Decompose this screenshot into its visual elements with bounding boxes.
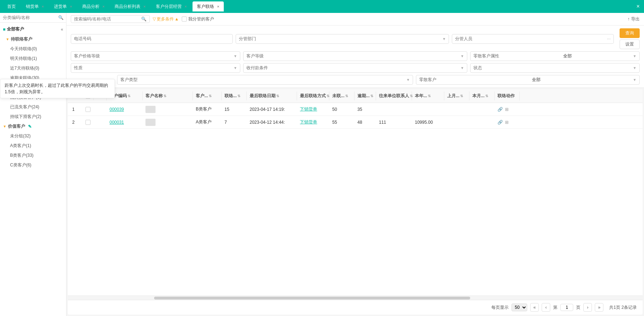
filter-row-3: 性质 ▼ 收付款条件 ▼ 状态 ▼: [71, 63, 640, 73]
sort-last-month[interactable]: ⇅: [460, 94, 463, 98]
settings-button[interactable]: 设置: [620, 39, 640, 49]
sidebar-week-pending[interactable]: 近7天待联络(0): [0, 63, 66, 73]
tab-customer-contact[interactable]: 客户联络 ×: [193, 1, 223, 11]
tab-purchase-order[interactable]: 进货单 ×: [50, 1, 76, 11]
value-customer-edit[interactable]: ✎: [28, 124, 32, 129]
sidebar-search-icon[interactable]: 🔍: [58, 15, 64, 20]
tab-customer-stratification[interactable]: 客户分层经营 ×: [152, 1, 191, 11]
td-last-date-1: 2023-04-17 14:19:: [247, 105, 297, 113]
last-page-btn[interactable]: »: [595, 303, 603, 312]
retail-customer-field[interactable]: 零散客户 全部 ▼: [416, 75, 640, 85]
close-customer-stratification[interactable]: ×: [185, 4, 187, 9]
sidebar-ungrouped[interactable]: 未分组(32): [0, 131, 66, 141]
manager-dots: ···: [607, 36, 611, 41]
row1-checkbox[interactable]: [85, 107, 91, 112]
td-check-1[interactable]: [82, 105, 94, 113]
th-level[interactable]: 客户... ⇅: [193, 91, 222, 100]
sidebar-today-pending[interactable]: 今天待联络(0): [0, 44, 66, 54]
th-contacts[interactable]: 联络... ⇅: [222, 91, 247, 100]
manager-field[interactable]: 分管人员 ···: [452, 34, 614, 44]
page-input[interactable]: [560, 304, 573, 311]
th-this-year[interactable]: 本年... ⇅: [412, 91, 444, 100]
td-contacts-1: 15: [222, 105, 247, 113]
close-product-analysis[interactable]: ×: [102, 4, 105, 9]
td-check-2[interactable]: [82, 118, 94, 126]
sidebar-class-c[interactable]: C类客户(6): [0, 160, 66, 170]
th-name[interactable]: 客户名称 ⇅: [143, 91, 193, 100]
action-grid-1[interactable]: ⊞: [505, 107, 509, 112]
sidebar-all-customers[interactable]: ■ 全部客户 «: [0, 24, 66, 34]
my-customers-check[interactable]: 我分管的客户: [182, 16, 214, 22]
sidebar-lost-customers[interactable]: 已流失客户(24): [0, 102, 66, 112]
th-last-method[interactable]: 最后联络方式 ⇅: [297, 91, 329, 100]
th-last-date[interactable]: 最后联络日期 ⇅: [247, 91, 297, 100]
sort-last-date[interactable]: ⇅: [276, 94, 279, 98]
close-purchase-order[interactable]: ×: [70, 4, 72, 9]
export-button[interactable]: ↑ 导出: [627, 16, 640, 22]
row2-checkbox[interactable]: [85, 120, 91, 125]
sort-overdue[interactable]: ⇅: [370, 94, 373, 98]
customer-level-field[interactable]: 客户等级 ▼: [243, 51, 467, 61]
th-colleague[interactable]: 往来单位联系人 ⇅: [376, 91, 412, 100]
phone-field[interactable]: 电话号码: [71, 34, 233, 44]
payment-term-field[interactable]: 收付款条件 ▼: [243, 63, 467, 73]
horizontal-scrollbar[interactable]: [68, 296, 643, 300]
sort-contacts[interactable]: ⇅: [237, 94, 240, 98]
th-this-month[interactable]: 本月... ⇅: [469, 91, 495, 100]
scroll-thumb[interactable]: [154, 297, 470, 300]
tab-sales-order[interactable]: 销货单 ×: [22, 1, 48, 11]
gender-field[interactable]: 性质 ▼: [71, 63, 240, 73]
close-product-analysis-list[interactable]: ×: [143, 4, 145, 9]
retail-attr-field[interactable]: 零散客户属性 全部 ▼: [470, 51, 640, 61]
th-last-month[interactable]: 上月... ⇅: [444, 91, 469, 100]
search-wrap: 🔍: [71, 15, 150, 23]
filter-toolbar: 🔍 ▽ 更多条件 ▲ 我分管的客户 ↑ 导出: [66, 13, 644, 25]
tab-product-analysis[interactable]: 商品分析 ×: [78, 1, 109, 11]
sort-unreached[interactable]: ⇅: [345, 94, 348, 98]
td-code-2[interactable]: 000031: [107, 118, 143, 126]
sort-code[interactable]: ⇅: [128, 94, 130, 98]
action-link-2[interactable]: 🔗: [497, 120, 503, 125]
department-field[interactable]: 分管部门 ▼: [236, 34, 449, 44]
sidebar-class-b[interactable]: B类客户(33): [0, 151, 66, 160]
td-overdue-2: 48: [355, 118, 376, 126]
per-page-select[interactable]: 50: [511, 303, 527, 311]
tab-product-analysis-list[interactable]: 商品分析列表 ×: [110, 1, 150, 11]
more-conditions-btn[interactable]: ▽ 更多条件 ▲: [153, 16, 179, 22]
price-level-field[interactable]: 客户价格等级 ▼: [71, 51, 240, 61]
th-unreached[interactable]: 未联... ⇅: [329, 91, 355, 100]
sidebar-declining-customers[interactable]: 持续下滑客户(2): [0, 112, 66, 122]
sort-last-method[interactable]: ⇅: [326, 94, 329, 98]
sidebar-search-input[interactable]: [3, 15, 57, 20]
customer-type-field[interactable]: 客户类型 ▼: [117, 75, 413, 85]
sort-this-year[interactable]: ⇅: [428, 94, 431, 98]
th-overdue[interactable]: 逾期... ⇅: [355, 91, 376, 100]
sort-name[interactable]: ⇅: [163, 94, 166, 98]
td-code-1[interactable]: 000039: [107, 105, 143, 113]
action-link-1[interactable]: 🔗: [497, 107, 503, 112]
sidebar-tomorrow-pending[interactable]: 明天待联络(1): [0, 54, 66, 63]
search-input[interactable]: [74, 16, 140, 22]
sidebar-class-a[interactable]: A类客户(1): [0, 141, 66, 151]
sidebar-section-pending[interactable]: ▼ 待联络客户: [0, 34, 66, 44]
filter-icon: ▽: [153, 16, 156, 22]
next-page-btn[interactable]: ›: [583, 303, 592, 312]
td-last-method-1[interactable]: 下销货单: [297, 105, 329, 114]
query-button[interactable]: 查询: [620, 28, 640, 38]
sort-level[interactable]: ⇅: [209, 94, 212, 98]
sidebar-value-customers-title[interactable]: ▼ 价值客户 ✎: [0, 122, 66, 131]
search-icon[interactable]: 🔍: [141, 16, 147, 22]
close-customer-contact[interactable]: ×: [217, 4, 219, 9]
window-close[interactable]: ×: [635, 2, 641, 11]
close-sales-order[interactable]: ×: [42, 4, 44, 9]
first-page-btn[interactable]: «: [530, 303, 539, 312]
prev-page-btn[interactable]: ‹: [542, 303, 550, 312]
sidebar-collapse-btn[interactable]: «: [61, 27, 63, 32]
status-field[interactable]: 状态 ▼: [470, 63, 640, 73]
td-actions-1: 🔗 ⊞: [495, 105, 520, 113]
td-last-method-2[interactable]: 下销货单: [297, 118, 329, 127]
tab-home[interactable]: 首页: [3, 1, 20, 11]
my-customers-checkbox[interactable]: [182, 16, 187, 22]
action-grid-2[interactable]: ⊞: [505, 120, 509, 125]
sort-this-month[interactable]: ⇅: [485, 94, 488, 98]
